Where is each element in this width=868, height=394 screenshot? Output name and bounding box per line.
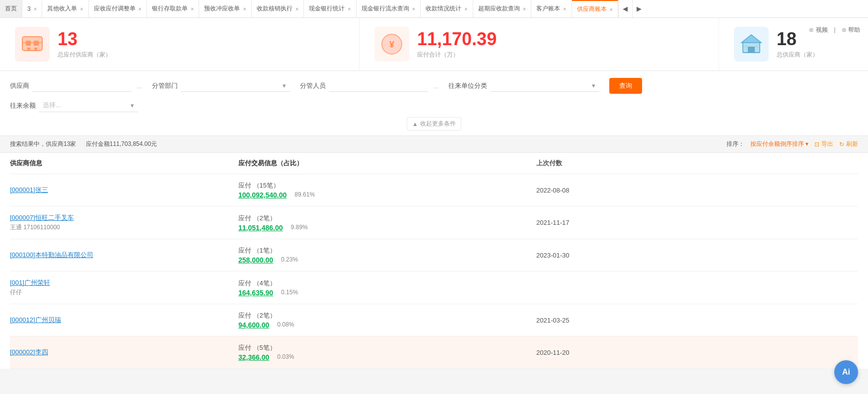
summary-area: 13 总应付供应商（家） ¥ 11,170.39 应付合计（万） [0,18,868,71]
svg-rect-4 [27,48,30,51]
collapse-button[interactable]: ▲ 收起更多条件 [407,117,461,131]
refresh-button[interactable]: ↻ 刷新 [839,140,858,148]
table-area: 供应商信息 应付交易信息（占比） 上次付数 [000001]张三 应付 （15笔… [0,153,868,369]
nav-tab-other-income-close[interactable]: × [80,6,83,12]
nav-tab-ap-adjust-close[interactable]: × [139,6,142,12]
supplier-dots-icon[interactable]: ... [137,82,142,90]
dept-filter-select[interactable]: ▾ [181,80,290,92]
dept-filter-label: 分管部门 [152,81,178,90]
result-bar-left: 搜索结果中，供应商13家 应付金额111,703,854.00元 [10,140,165,148]
nav-tab-cash-bank-stat[interactable]: 现金银行统计 × [304,0,356,18]
filter-item-supplier: 供应商 ... [10,80,142,92]
trans-amount-6[interactable]: 32,366.00 [238,353,269,361]
nav-tab-customer-account-close[interactable]: × [563,6,566,12]
nav-tab-customer-account-label: 客户账本 [536,4,560,13]
nav-tab-cash-bank-stat-close[interactable]: × [348,6,351,12]
dept-select-arrow-icon: ▾ [283,82,286,89]
last-payment-col-6: 2020-11-20 [536,343,858,361]
trans-amount-3[interactable]: 258,000.00 [238,256,273,264]
nav-tab-bank-deposit-label: 银行存取款单 [152,4,188,13]
refresh-icon: ↻ [839,141,844,148]
nav-next-arrow[interactable]: ▶ [632,0,646,18]
supplier-info-col-5: [000012]广州贝瑞 [10,311,238,329]
nav-tab-overdue-ap[interactable]: 超期应收款查询 × [473,0,531,18]
svg-rect-10 [748,47,755,53]
nav-prev-arrow[interactable]: ◀ [618,0,632,18]
nav-tab-ap-adjust[interactable]: 应收应付调整单 × [89,0,147,18]
nav-tab-bank-deposit[interactable]: 银行存取款单 × [147,0,199,18]
nav-tab-supplier-account[interactable]: 供应商账本 × [572,0,618,18]
balance-filter-select[interactable]: 选择... ▾ [39,99,138,112]
supplier-link-1[interactable]: [000001]张三 [10,186,238,195]
video-link[interactable]: ⊙ 视频 [809,26,827,34]
sort-label: 排序： [726,140,744,148]
transaction-info-col-6: 应付 （5笔） 32,366.00 0.03% [238,343,536,361]
svg-rect-2 [34,41,39,46]
balance-select-arrow-icon: ▾ [131,102,134,109]
trans-amount-1[interactable]: 100,092,540.00 [238,191,287,199]
nav-tab-receipt-stat-close[interactable]: × [464,6,467,12]
nav-tab-supplier-account-label: 供应商账本 [577,5,607,13]
category-filter-select[interactable]: ▾ [490,80,599,92]
supplier-link-2[interactable]: [000007]恒旺二手叉车 [10,213,238,222]
nav-tab-3[interactable]: 3 × [22,0,42,18]
supplier-link-4[interactable]: [001]广州荣轩 [10,278,238,287]
trans-amount-4[interactable]: 164,635.90 [238,289,273,297]
nav-tab-receipt-verify[interactable]: 收款核销执行 × [252,0,304,18]
nav-tab-advance-offset-close[interactable]: × [243,6,246,12]
search-button[interactable]: 查询 [609,78,642,94]
trans-amount-5[interactable]: 94,600.00 [238,321,269,329]
sort-value[interactable]: 按应付余额倒序排序 ▾ [750,140,808,148]
category-select-arrow-icon: ▾ [592,82,595,89]
nav-tab-other-income[interactable]: 其他收入单 × [42,0,88,18]
nav-tab-customer-account[interactable]: 客户账本 × [531,0,572,18]
transaction-info-col-1: 应付 （15笔） 100,092,540.00 89.61% [238,181,536,199]
last-payment-col-1: 2022-08-08 [536,181,858,199]
table-row: [000001]张三 应付 （15笔） 100,092,540.00 89.61… [10,174,858,206]
nav-tab-advance-offset[interactable]: 预收冲应收单 × [199,0,251,18]
nav-tab-3-close[interactable]: × [34,6,37,12]
nav-tab-supplier-account-close[interactable]: × [610,6,613,12]
nav-tab-home[interactable]: 首页 [0,0,22,18]
refresh-label: 刷新 [846,140,858,148]
nav-tab-overdue-ap-close[interactable]: × [523,6,526,12]
export-button[interactable]: ⊡ 导出 [814,140,833,148]
ai-badge-label: Ai [842,368,850,377]
amount-icon: ¥ [374,27,409,62]
help-link[interactable]: ⊙ 帮助 [842,26,860,34]
supplier-filter-input[interactable] [32,80,132,92]
person-filter-input[interactable] [329,80,428,92]
trans-row-6: 32,366.00 0.03% [238,352,536,361]
total-ap-amount-number: 11,170.39 [417,29,497,49]
top-nav: 首页 3 × 其他收入单 × 应收应付调整单 × 银行存取款单 × 预收冲应收单… [0,0,868,18]
transaction-info-col-5: 应付 （2笔） 94,600.00 0.08% [238,311,536,329]
supplier-link-5[interactable]: [000012]广州贝瑞 [10,316,238,325]
collapse-icon: ▲ [412,121,418,128]
person-dots-icon[interactable]: ... [433,82,438,90]
result-bar-right: 排序： 按应付余额倒序排序 ▾ ⊡ 导出 ↻ 刷新 [726,140,858,148]
transaction-info-col-3: 应付 （1笔） 258,000.00 0.23% [238,246,536,264]
sort-arrow-icon: ▾ [805,140,808,147]
collapse-btn-row: ▲ 收起更多条件 [10,117,858,131]
last-payment-col-5: 2021-03-25 [536,311,858,329]
nav-tab-receipt-stat[interactable]: 收款情况统计 × [421,0,473,18]
supplier-info-col-2: [000007]恒旺二手叉车 王通 17106110000 [10,213,238,232]
total-suppliers-label: 总供应商（家） [777,51,818,59]
supplier-filter-label: 供应商 [10,81,29,90]
nav-tab-receipt-verify-close[interactable]: × [295,6,298,12]
transaction-info-col-2: 应付 （2笔） 11,051,486.00 9.89% [238,213,536,232]
nav-tab-ap-adjust-label: 应收应付调整单 [94,4,136,13]
trans-label-2: 应付 （2笔） [238,214,536,223]
trans-label-5: 应付 （2笔） [238,311,536,320]
nav-tab-bank-deposit-close[interactable]: × [191,6,194,12]
supplier-link-6[interactable]: [000002]李四 [10,348,238,357]
trans-row-2: 11,051,486.00 9.89% [238,223,536,232]
ai-badge[interactable]: Ai [834,360,858,384]
trans-amount-2[interactable]: 11,051,486.00 [238,224,283,232]
svg-rect-5 [34,48,37,51]
supplier-info-col-4: [001]广州荣轩 仔仔 [10,278,238,297]
nav-tab-cash-bank-flow-close[interactable]: × [412,6,415,12]
nav-tab-cash-bank-flow[interactable]: 现金银行流水查询 × [357,0,421,18]
trans-row-5: 94,600.00 0.08% [238,320,536,329]
supplier-link-3[interactable]: [000100]本特勤油品有限公司 [10,251,238,260]
